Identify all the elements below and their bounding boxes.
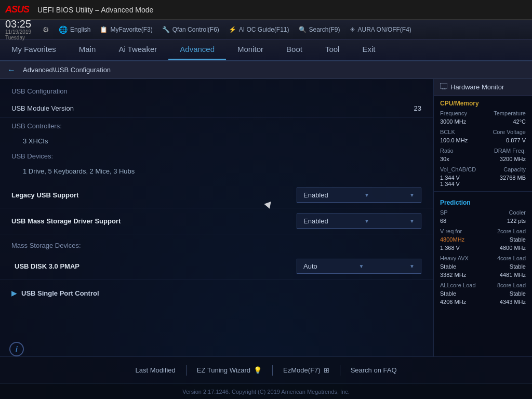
top-bar: 03:25 11/19/2019 Tuesday ⚙ 🌐 English 📋 M… bbox=[0, 20, 532, 39]
search-button[interactable]: 🔍 Search(F9) bbox=[299, 26, 340, 33]
breadcrumb: ← Advanced\USB Configuration bbox=[0, 61, 532, 79]
nav-exit[interactable]: Exit bbox=[351, 39, 387, 60]
hw-vol-label: Vol_ChAB/CD bbox=[440, 166, 476, 172]
monitor-screen-icon bbox=[440, 83, 447, 91]
hw-ratio-value: 30x bbox=[440, 156, 449, 162]
aura-button[interactable]: ☀ AURA ON/OFF(F4) bbox=[350, 26, 411, 33]
hw-heavy-mhz-row: 3382 MHz 4481 MHz bbox=[434, 271, 532, 279]
search-faq-label: Search on FAQ bbox=[351, 366, 397, 374]
hw-vreq-values: 1.368 V 4800 MHz bbox=[434, 244, 532, 252]
nav-advanced[interactable]: Advanced bbox=[168, 39, 226, 60]
last-modified-button[interactable]: Last Modified bbox=[125, 366, 185, 374]
hw-fourcore-label: 4core Load bbox=[497, 255, 526, 261]
hw-bclk-values: 100.0 MHz 0.877 V bbox=[434, 136, 532, 144]
hw-allcore-row: ALLcore Load 8core Load bbox=[434, 281, 532, 289]
hw-allcore-label: ALLcore Load bbox=[440, 282, 476, 288]
qfan-button[interactable]: 🔧 Qfan Control(F6) bbox=[162, 26, 219, 33]
hw-eightcore-value: Stable bbox=[510, 290, 526, 297]
search-faq-button[interactable]: Search on FAQ bbox=[340, 366, 407, 374]
prediction-title: Prediction bbox=[434, 195, 532, 208]
hw-vreq-freq: 4800MHz bbox=[440, 236, 464, 243]
nav-ai-tweaker[interactable]: Ai Tweaker bbox=[107, 39, 168, 60]
legacy-usb-dropdown[interactable]: Enabled ▼ bbox=[297, 188, 421, 203]
hw-heavy-values: Stable Stable bbox=[434, 262, 532, 271]
expand-icon: ▶ bbox=[11, 289, 17, 297]
hw-vol-values: 1.344 V 1.344 V 32768 MB bbox=[434, 174, 532, 188]
left-panel: USB Configuration USB Module Version 23 … bbox=[0, 79, 433, 356]
nav-exit-label: Exit bbox=[362, 45, 375, 54]
info-icon[interactable]: i bbox=[9, 342, 24, 356]
ez-mode-button[interactable]: EzMode(F7) ⊞ bbox=[273, 366, 340, 374]
nav-main[interactable]: Main bbox=[68, 39, 108, 60]
hw-vol-row: Vol_ChAB/CD Capacity bbox=[434, 165, 532, 174]
hw-sp-value: 68 bbox=[440, 218, 446, 224]
nav-boot[interactable]: Boot bbox=[275, 39, 314, 60]
main-layout: USB Configuration USB Module Version 23 … bbox=[0, 79, 532, 356]
header-bar: ASUS UEFI BIOS Utility – Advanced Mode bbox=[0, 0, 532, 20]
search-icon: 🔍 bbox=[299, 26, 307, 33]
gear-icon[interactable]: ⚙ bbox=[43, 25, 49, 34]
datetime-display: 03:25 11/19/2019 Tuesday bbox=[5, 19, 31, 41]
aura-icon: ☀ bbox=[350, 26, 355, 33]
hw-capacity-label: Capacity bbox=[503, 166, 526, 172]
hw-core-voltage-value: 0.877 V bbox=[506, 137, 526, 143]
legacy-usb-value: Enabled bbox=[303, 191, 328, 199]
hw-frequency-label: Frequency bbox=[440, 110, 467, 116]
mass-storage-dropdown[interactable]: Enabled ▼ bbox=[297, 214, 421, 229]
hw-allcore-values: Stable Stable bbox=[434, 289, 532, 298]
search-label: Search(F9) bbox=[309, 26, 340, 33]
dropdown-arrow2-icon: ▼ bbox=[364, 218, 369, 224]
hardware-monitor-panel: Hardware Monitor CPU/Memory Frequency Te… bbox=[433, 79, 532, 356]
usb-controllers-value: 3 XHCIs bbox=[0, 134, 433, 148]
last-modified-label: Last Modified bbox=[135, 366, 175, 374]
cpu-memory-title: CPU/Memory bbox=[434, 96, 532, 109]
nav-monitor[interactable]: Monitor bbox=[226, 39, 275, 60]
hw-vreq-freq-row: 4800MHz Stable bbox=[434, 235, 532, 244]
dropdown-arrow3-icon: ▼ bbox=[358, 263, 364, 269]
copyright-bar: Version 2.17.1246. Copyright (C) 2019 Am… bbox=[0, 383, 532, 399]
language-label: English bbox=[70, 26, 90, 33]
usb-controllers-label: USB Controllers: bbox=[0, 118, 433, 134]
hw-dram-value: 3200 MHz bbox=[500, 156, 526, 162]
hw-dram-label: DRAM Freq. bbox=[494, 148, 526, 154]
nav-tool[interactable]: Tool bbox=[314, 39, 351, 60]
hw-sp-values: 68 122 pts bbox=[434, 217, 532, 225]
hw-fourcore-mhz: 4481 MHz bbox=[500, 272, 526, 278]
usb-disk-dropdown[interactable]: Auto ▼ bbox=[297, 259, 421, 274]
mass-storage-label: USB Mass Storage Driver Support bbox=[11, 217, 297, 225]
hw-twocore-value1: Stable bbox=[510, 236, 526, 243]
hw-heavy-mhz: 3382 MHz bbox=[440, 272, 466, 278]
hw-allcore-mhz: 4206 MHz bbox=[440, 299, 466, 305]
svg-rect-0 bbox=[440, 83, 447, 88]
usb-single-port-control-row[interactable]: ▶ USB Single Port Control bbox=[0, 285, 433, 301]
ez-tuning-icon: 💡 bbox=[254, 366, 262, 374]
usb-config-label: USB Configuration bbox=[0, 83, 433, 99]
nav-main-label: Main bbox=[79, 45, 96, 54]
back-arrow-icon[interactable]: ← bbox=[7, 65, 16, 75]
hw-eightcore-label: 8core Load bbox=[497, 282, 526, 288]
ai-oc-button[interactable]: ⚡ AI OC Guide(F11) bbox=[229, 26, 289, 33]
copyright-text: Version 2.17.1246. Copyright (C) 2019 Am… bbox=[182, 389, 350, 395]
my-favorite-button[interactable]: 📋 MyFavorite(F3) bbox=[100, 26, 152, 33]
mass-storage-value: Enabled bbox=[303, 217, 328, 225]
hw-allcore-value: Stable bbox=[440, 290, 456, 297]
language-selector[interactable]: 🌐 English bbox=[59, 25, 90, 34]
hw-ratio-values: 30x 3200 MHz bbox=[434, 155, 532, 163]
nav-tool-label: Tool bbox=[325, 45, 340, 54]
hw-heavy-value: Stable bbox=[440, 263, 456, 270]
hw-core-voltage-label: Core Voltage bbox=[493, 129, 526, 135]
hw-capacity-value: 32768 MB bbox=[500, 175, 526, 187]
hw-vol-value2: 1.344 V bbox=[440, 181, 460, 187]
hw-twocore-label: 2core Load bbox=[497, 228, 526, 234]
hw-bclk-value: 100.0 MHz bbox=[440, 137, 468, 143]
nav-monitor-label: Monitor bbox=[237, 45, 263, 54]
usb-single-port-control-label: USB Single Port Control bbox=[21, 289, 99, 297]
ez-tuning-button[interactable]: EZ Tuning Wizard 💡 bbox=[187, 366, 272, 374]
ez-mode-label: EzMode(F7) bbox=[283, 366, 321, 374]
ai-oc-label: AI OC Guide(F11) bbox=[239, 26, 289, 33]
nav-boot-label: Boot bbox=[286, 45, 302, 54]
hw-bclk-row: BCLK Core Voltage bbox=[434, 128, 532, 136]
clock-date: 11/19/2019 bbox=[5, 29, 31, 35]
nav-my-favorites[interactable]: My Favorites bbox=[0, 39, 68, 60]
usb-module-version-row: USB Module Version 23 bbox=[0, 99, 433, 118]
